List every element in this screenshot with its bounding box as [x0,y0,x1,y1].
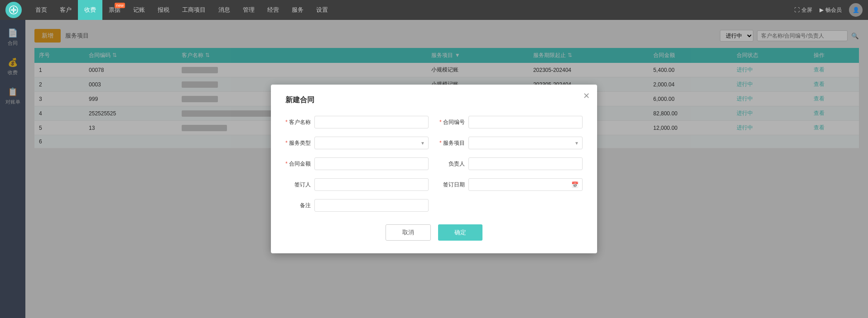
form-row-2: 服务类型 ▼ 服务项目 ▼ [285,137,583,149]
top-navigation: 首页 客户 收费 票据 new 记账 报税 工商项目 消息 管理 经营 服务 设… [0,0,868,20]
avatar-icon: 👤 [853,7,859,13]
field-contract-amount: 合同金额 0.00 [285,157,429,170]
signer-label: 签订人 [285,181,311,189]
contract-amount-label: 合同金额 [285,160,311,168]
field-responsible-person: 负责人 [439,157,583,170]
confirm-button[interactable]: 确定 [438,224,482,241]
nav-management[interactable]: 管理 [236,0,261,20]
signer-input[interactable] [314,178,429,191]
service-item-select[interactable] [468,137,583,149]
responsible-person-label: 负责人 [439,160,465,168]
nav-operations[interactable]: 经营 [261,0,285,20]
field-service-type: 服务类型 ▼ [285,137,429,149]
field-customer-name: 客户名称 [285,116,429,128]
contract-no-input[interactable] [468,116,583,128]
modal-footer: 取消 确定 [285,224,583,241]
member-button[interactable]: ▶ 畅会员 [820,6,842,14]
nav-settings[interactable]: 设置 [310,0,334,20]
calendar-icon[interactable]: 📅 [571,181,579,188]
nav-home[interactable]: 首页 [29,0,53,20]
app-logo [5,2,22,18]
field-signer: 签订人 [285,178,429,191]
customer-name-input[interactable] [314,116,429,128]
field-sign-date: 签订日期 2023-06-06 📅 [439,178,583,191]
form-row-4: 签订人 签订日期 2023-06-06 📅 [285,178,583,191]
nav-customer[interactable]: 客户 [53,0,78,20]
service-item-select-wrap[interactable]: ▼ [468,137,583,149]
fullscreen-button[interactable]: ⛶ 全屏 [794,6,812,14]
nav-ticket[interactable]: 票据 new [102,0,127,20]
service-type-select[interactable] [314,137,429,149]
new-contract-modal: ✕ 新建合同 客户名称 合同编号 服务类型 ▼ [271,85,597,253]
modal-close-button[interactable]: ✕ [583,92,590,100]
customer-name-label: 客户名称 [285,119,311,126]
user-avatar[interactable]: 👤 [849,3,863,17]
sign-date-field-wrap[interactable]: 2023-06-06 📅 [468,178,583,191]
contract-no-label: 合同编号 [439,119,465,126]
cancel-button[interactable]: 取消 [386,224,431,241]
nav-right-section: ⛶ 全屏 ▶ 畅会员 👤 [794,3,863,17]
fullscreen-icon: ⛶ [794,7,800,13]
form-row-5: 备注 [285,199,583,212]
nav-service[interactable]: 服务 [285,0,310,20]
remarks-input[interactable] [314,199,429,212]
service-type-select-wrap[interactable]: ▼ [314,137,429,149]
modal-overlay[interactable]: ✕ 新建合同 客户名称 合同编号 服务类型 ▼ [0,20,868,318]
new-badge: new [115,3,125,8]
nav-message[interactable]: 消息 [212,0,236,20]
sign-date-input[interactable]: 2023-06-06 [473,179,568,190]
remarks-label: 备注 [285,202,311,209]
sign-date-label: 签订日期 [439,181,465,189]
nav-bookkeeping[interactable]: 记账 [127,0,151,20]
contract-amount-input[interactable]: 0.00 [314,157,429,170]
nav-tax[interactable]: 报税 [151,0,176,20]
field-remarks: 备注 [285,199,429,212]
form-row-1: 客户名称 合同编号 [285,116,583,128]
field-contract-no: 合同编号 [439,116,583,128]
nav-business[interactable]: 工商项目 [176,0,212,20]
service-type-label: 服务类型 [285,139,311,147]
service-item-label: 服务项目 [439,139,465,147]
field-service-item: 服务项目 ▼ [439,137,583,149]
form-row-3: 合同金额 0.00 负责人 [285,157,583,170]
nav-billing[interactable]: 收费 [78,0,102,20]
play-icon: ▶ [820,7,824,13]
responsible-person-input[interactable] [468,157,583,170]
modal-title: 新建合同 [285,95,583,105]
